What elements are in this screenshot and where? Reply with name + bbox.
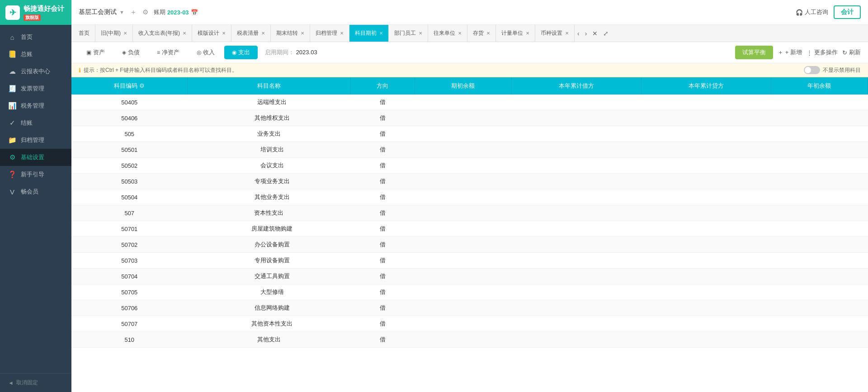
row-name: 大型修缮 bbox=[188, 284, 350, 300]
user-button[interactable]: 会计 bbox=[834, 5, 861, 19]
toggle-disabled-subjects[interactable] bbox=[804, 66, 820, 74]
table-row[interactable]: 50405 远端维支出 借 bbox=[71, 94, 868, 110]
sub-tab-liability[interactable]: ◈负债 bbox=[114, 46, 147, 59]
row-balance bbox=[415, 253, 511, 269]
sidebar-item-close[interactable]: ✓结账 bbox=[0, 114, 71, 132]
tab-bs-close[interactable]: ✕ bbox=[123, 31, 127, 36]
calc-button[interactable]: 试算平衡 bbox=[735, 46, 773, 59]
tab-close-all-icon[interactable]: ✕ bbox=[590, 28, 600, 39]
tab-archive-close[interactable]: ✕ bbox=[340, 31, 344, 36]
row-credit-ytd bbox=[641, 126, 771, 142]
reports-icon: ☁ bbox=[8, 67, 16, 76]
row-name: 信息网络购建 bbox=[188, 300, 350, 316]
tab-template[interactable]: 模版设计✕ bbox=[192, 25, 231, 42]
sidebar-logo: ✈ 畅捷通好会计 旗舰版 bbox=[0, 0, 71, 25]
row-name: 资本性支出 bbox=[188, 205, 350, 221]
row-balance bbox=[415, 174, 511, 189]
table-row[interactable]: 50703 专用设备购置 借 bbox=[71, 253, 868, 269]
table-row[interactable]: 505 业务支出 借 bbox=[71, 126, 868, 142]
tab-units[interactable]: 计量单位✕ bbox=[496, 25, 535, 42]
tab-subjects-close[interactable]: ✕ bbox=[379, 31, 383, 36]
table-row[interactable]: 50501 培训支出 借 bbox=[71, 142, 868, 158]
topbar-project[interactable]: 基层工会测试 ▼ bbox=[79, 8, 124, 16]
tab-inventory-close[interactable]: ✕ bbox=[486, 31, 490, 36]
table-row[interactable]: 50704 交通工具购置 借 bbox=[71, 269, 868, 284]
topbar-add-icon[interactable]: ＋ bbox=[130, 8, 137, 17]
row-credit-ytd bbox=[641, 253, 771, 269]
tab-taxform[interactable]: 税表清册✕ bbox=[231, 25, 271, 42]
row-balance bbox=[415, 237, 511, 253]
sub-tab-asset[interactable]: ▣资产 bbox=[79, 46, 113, 59]
tab-home[interactable]: 首页 bbox=[73, 25, 95, 42]
add-icon: ＋ bbox=[778, 48, 783, 57]
period-label: 账期 bbox=[154, 8, 165, 16]
row-code: 507 bbox=[71, 205, 188, 221]
row-year-balance bbox=[771, 237, 868, 253]
tab-income-close[interactable]: ✕ bbox=[183, 31, 186, 36]
sidebar-item-guide[interactable]: ❓新手引导 bbox=[0, 166, 71, 183]
tab-subjects[interactable]: 科目期初✕ bbox=[349, 25, 389, 42]
table-row[interactable]: 50502 会议支出 借 bbox=[71, 158, 868, 174]
table-container[interactable]: 科目编码 ⚙ 科目名称 方向 期初余额 本年累计借方 本年累计贷方 年初余额 5… bbox=[71, 77, 868, 392]
column-settings-icon[interactable]: ⚙ bbox=[139, 82, 145, 89]
row-debit-ytd bbox=[511, 253, 641, 269]
tab-income[interactable]: 收入支出表(年报)✕ bbox=[133, 25, 192, 42]
row-code: 50701 bbox=[71, 221, 188, 237]
tab-archive[interactable]: 归档管理✕ bbox=[310, 25, 349, 42]
table-row[interactable]: 507 资本性支出 借 bbox=[71, 205, 868, 221]
table-row[interactable]: 50503 专项业务支出 借 bbox=[71, 174, 868, 189]
sidebar-item-archive[interactable]: 📁归档管理 bbox=[0, 132, 71, 149]
sidebar-item-member[interactable]: V畅会员 bbox=[0, 183, 71, 200]
topbar-right: 🎧 人工咨询 会计 bbox=[796, 5, 861, 19]
sidebar-item-ledger[interactable]: 📒总账 bbox=[0, 46, 71, 63]
add-button[interactable]: ＋ + 新增 bbox=[778, 48, 802, 57]
table-row[interactable]: 50702 办公设备购置 借 bbox=[71, 237, 868, 253]
row-year-balance bbox=[771, 332, 868, 348]
tab-template-close[interactable]: ✕ bbox=[222, 31, 226, 36]
help-button[interactable]: 🎧 人工咨询 bbox=[796, 8, 828, 16]
table-row[interactable]: 50406 其他维权支出 借 bbox=[71, 110, 868, 126]
topbar-settings-icon[interactable]: ⚙ bbox=[142, 8, 148, 16]
tab-expand-icon[interactable]: ⤢ bbox=[600, 28, 611, 39]
tab-units-close[interactable]: ✕ bbox=[526, 31, 529, 36]
row-year-balance bbox=[771, 142, 868, 158]
tab-bs[interactable]: 旧(中期)✕ bbox=[95, 25, 133, 42]
sidebar-footer[interactable]: ◄ 取消固定 bbox=[0, 373, 71, 392]
sidebar-item-tax[interactable]: 📊税务管理 bbox=[0, 97, 71, 114]
sidebar-item-settings[interactable]: ⚙基础设置 bbox=[0, 149, 71, 166]
tab-contacts[interactable]: 往来单位✕ bbox=[428, 25, 467, 42]
refresh-button[interactable]: ↻ 刷新 bbox=[842, 48, 861, 57]
tab-next-icon[interactable]: › bbox=[582, 28, 590, 39]
table-row[interactable]: 510 其他支出 借 bbox=[71, 332, 868, 348]
tab-period-close[interactable]: ✕ bbox=[301, 31, 304, 36]
more-button[interactable]: ⋮ 更多操作 bbox=[807, 48, 838, 57]
calendar-icon[interactable]: 📅 bbox=[191, 9, 198, 16]
sidebar-item-invoice[interactable]: 🧾发票管理 bbox=[0, 80, 71, 97]
row-year-balance bbox=[771, 174, 868, 189]
sub-tab-expense[interactable]: ◉支出 bbox=[224, 46, 258, 59]
sub-tab-equity[interactable]: ≡净资产 bbox=[149, 46, 187, 59]
sidebar-item-reports[interactable]: ☁云报表中心 bbox=[0, 63, 71, 80]
row-debit-ytd bbox=[511, 221, 641, 237]
row-credit-ytd bbox=[641, 158, 771, 174]
tab-dept[interactable]: 部门员工✕ bbox=[389, 25, 428, 42]
sidebar-item-home[interactable]: ⌂首页 bbox=[0, 28, 71, 46]
tab-prev-icon[interactable]: ‹ bbox=[575, 28, 582, 39]
table-row[interactable]: 50706 信息网络购建 借 bbox=[71, 300, 868, 316]
row-name: 培训支出 bbox=[188, 142, 350, 158]
tab-currency-close[interactable]: ✕ bbox=[565, 31, 569, 36]
tab-dept-close[interactable]: ✕ bbox=[419, 31, 422, 36]
tab-contacts-close[interactable]: ✕ bbox=[458, 31, 462, 36]
tab-period[interactable]: 期末结转✕ bbox=[271, 25, 310, 42]
tab-inventory[interactable]: 存货✕ bbox=[467, 25, 496, 42]
row-code: 50705 bbox=[71, 284, 188, 300]
tab-taxform-close[interactable]: ✕ bbox=[261, 31, 265, 36]
table-row[interactable]: 50701 房屋建筑物购建 借 bbox=[71, 221, 868, 237]
tab-currency[interactable]: 币种设置✕ bbox=[535, 25, 575, 42]
table-row[interactable]: 50707 其他资本性支出 借 bbox=[71, 316, 868, 332]
row-balance bbox=[415, 94, 511, 110]
table-row[interactable]: 50504 其他业务支出 借 bbox=[71, 189, 868, 205]
sub-tab-income2[interactable]: ◎收入 bbox=[189, 46, 222, 59]
table-row[interactable]: 50705 大型修缮 借 bbox=[71, 284, 868, 300]
notice-bar-right: 不显示禁用科目 bbox=[804, 66, 861, 74]
